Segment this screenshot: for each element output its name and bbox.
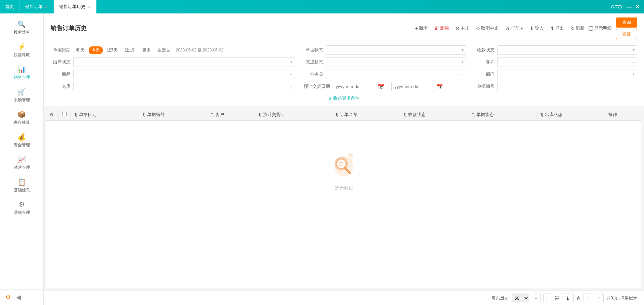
sidebar-item-purchase[interactable]: 🛒 采购管理 (0, 84, 43, 106)
date-filter-control: 昨天 今天 近7天 近1月 更多 自定义 2023-06-02 至 2023-0… (73, 46, 295, 54)
th-settings[interactable]: ⚙ (46, 109, 58, 121)
th-outbound-status-sort[interactable]: ⇅ 出库状态 (540, 112, 601, 118)
th-receipt-status-sort[interactable]: ⇅ 收款状态 (403, 112, 465, 118)
date-tab-1month[interactable]: 近1月 (122, 46, 138, 54)
filter-row-2: 出库状态 完成状态 (50, 58, 637, 67)
th-customer-sort[interactable]: ⇅ 客户 (211, 112, 251, 118)
th-order-amount[interactable]: ⇅ 订单金额 (332, 109, 400, 121)
export-icon: ⬆ (550, 26, 554, 31)
th-receipt-status[interactable]: ⇅ 收款状态 (400, 109, 468, 121)
outbound-status-select[interactable] (73, 58, 295, 67)
import-btn[interactable]: ⬇ 导入 (527, 24, 546, 33)
th-date[interactable]: ⇅ 单据日期 (71, 109, 139, 121)
th-order-status[interactable]: ⇅ 单据状态 (468, 109, 536, 121)
salesperson-ellipsis-btn[interactable]: ··· (461, 72, 465, 77)
expected-date-start[interactable] (333, 82, 376, 91)
department-select-wrapper (497, 70, 637, 79)
new-btn[interactable]: + 新增 (413, 24, 430, 33)
minimize-btn[interactable]: — (626, 3, 632, 10)
last-page-btn[interactable]: » (595, 294, 604, 302)
outbound-status-label: 出库状态 (50, 59, 71, 65)
close-window-btn[interactable]: ✕ (635, 3, 640, 10)
th-date-sort[interactable]: ⇅ 单据日期 (74, 112, 135, 118)
settings-button[interactable]: 设置 (616, 29, 637, 39)
th-order-amount-sort[interactable]: ⇅ 订单金额 (335, 112, 396, 118)
product-ellipsis-btn[interactable]: ··· (290, 72, 294, 77)
import-icon: ⬇ (530, 26, 534, 31)
th-checkbox[interactable] (58, 109, 71, 121)
sidebar: 🔍 搜索菜单 ⚡ 快捷导航 📊 销售管理 🛒 采购管理 📦 库存核算 💰 资金管… (0, 13, 44, 305)
refresh-btn[interactable]: ↻ 刷新 (568, 24, 587, 33)
sidebar-item-quick-nav[interactable]: ⚡ 快捷导航 (0, 39, 43, 61)
th-outbound-status[interactable]: ⇅ 出库状态 (536, 109, 605, 121)
receipt-status-select[interactable] (497, 45, 637, 55)
table-header-row: ⚙ ⇅ 单据日期 ⇅ (46, 109, 641, 121)
sidebar-item-operations[interactable]: 📈 经营管理 (0, 151, 43, 174)
sidebar-collapse-icon[interactable]: ◀ (16, 294, 21, 301)
sidebar-item-basic-info[interactable]: 📋 基础信息 (0, 174, 43, 196)
order-number-input[interactable] (497, 82, 637, 91)
collapse-btn[interactable]: ∧ 收起更多条件 (50, 94, 637, 103)
customer-ellipsis-btn[interactable]: ··· (632, 60, 636, 65)
sidebar-item-inventory[interactable]: 📦 库存核算 (0, 106, 43, 129)
th-order-number[interactable]: ⇅ 单据编号 (139, 109, 207, 121)
warehouse-input[interactable] (73, 82, 295, 91)
svg-point-8 (348, 153, 353, 157)
sidebar-item-system[interactable]: ⚙ 系统管理 (0, 196, 43, 219)
sidebar-settings-icon[interactable]: ⚙ (5, 294, 11, 301)
date-tab-7days[interactable]: 近7天 (104, 46, 121, 54)
prev-page-btn[interactable]: ‹ (543, 294, 552, 302)
th-order-number-sort[interactable]: ⇅ 单据编号 (142, 112, 204, 118)
data-table: ⚙ ⇅ 单据日期 ⇅ (46, 109, 641, 212)
print-btn[interactable]: 🖨 打印 ▾ (503, 24, 526, 33)
table-gear-icon[interactable]: ⚙ (50, 112, 54, 117)
display-detail-checkbox[interactable] (589, 26, 593, 31)
select-all-checkbox[interactable] (62, 112, 67, 116)
completion-status-select-wrapper (326, 58, 466, 67)
warehouse-ellipsis-btn[interactable]: ··· (290, 84, 294, 89)
product-label: 商品 (50, 71, 71, 77)
product-input[interactable] (73, 70, 295, 79)
date-tab-more[interactable]: 更多 (139, 46, 154, 54)
sidebar-item-finance[interactable]: 💰 资金管理 (0, 129, 43, 151)
tab-home[interactable]: 首页 (0, 0, 20, 13)
stop-btn[interactable]: ⊘ 中止 (453, 24, 472, 33)
sidebar-item-search[interactable]: 🔍 搜索菜单 (0, 16, 43, 39)
tab-sales-order-history[interactable]: 销售订单历史 ✕ (54, 0, 96, 13)
display-detail-toggle[interactable]: 显示明细 (589, 25, 612, 31)
next-page-btn[interactable]: › (584, 294, 592, 302)
query-button[interactable]: 查询 (616, 17, 637, 28)
date-tabs: 昨天 今天 近7天 近1月 更多 自定义 2023-06-02 至 2023-0… (73, 46, 295, 54)
tab-close-sales-order[interactable]: ✕ (45, 4, 48, 9)
order-status-select[interactable] (326, 45, 466, 55)
completion-status-select[interactable] (326, 58, 466, 67)
customer-input[interactable] (497, 58, 637, 67)
department-select[interactable] (497, 70, 637, 79)
product-input-wrapper: ··· (73, 70, 295, 79)
date-label: 单据日期 (50, 47, 71, 53)
th-expected-delivery[interactable]: ⇅ 预计交货... (255, 109, 332, 121)
current-page-input[interactable] (562, 294, 574, 302)
date-tab-yesterday[interactable]: 昨天 (73, 46, 87, 54)
date-tab-custom[interactable]: 自定义 (155, 46, 173, 54)
delete-btn[interactable]: 🗑 删除 (432, 24, 452, 33)
th-customer[interactable]: ⇅ 客户 (207, 109, 255, 121)
expected-date-end-icon[interactable]: 📅 (436, 83, 443, 90)
first-page-btn[interactable]: « (532, 294, 541, 302)
receipt-status-select-wrapper (497, 45, 637, 55)
th-order-status-sort[interactable]: ⇅ 单据状态 (472, 112, 533, 118)
empty-state-cell: 暂无数据 (46, 121, 641, 212)
sidebar-item-sales[interactable]: 📊 销售管理 (0, 61, 43, 84)
filter-area: 单据日期 昨天 今天 近7天 近1月 更多 自定义 2023-06-02 至 2… (44, 42, 644, 106)
date-tab-today[interactable]: 今天 (89, 46, 103, 54)
export-btn[interactable]: ⬆ 导出 (548, 24, 567, 33)
tab-sales-order[interactable]: 销售订单 ✕ (20, 0, 54, 13)
page-size-select[interactable]: 50 10 20 100 (512, 294, 529, 302)
th-expected-delivery-sort[interactable]: ⇅ 预计交货... (258, 112, 328, 118)
expected-date-start-icon[interactable]: 📅 (378, 83, 384, 90)
tab-close-sales-order-history[interactable]: ✕ (87, 4, 91, 9)
cancel-stop-btn[interactable]: ⊙ 取消中止 (473, 24, 501, 33)
toolbar: + 新增 🗑 删除 ⊘ 中止 ⊙ 取消中止 🖨 打印 (413, 17, 637, 39)
salesperson-input[interactable] (326, 70, 466, 79)
expected-date-end[interactable] (391, 82, 435, 91)
